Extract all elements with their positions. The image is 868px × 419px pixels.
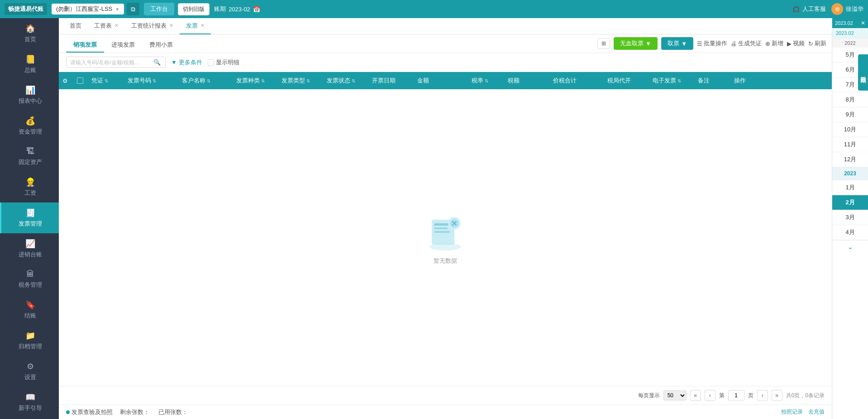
tab-payroll[interactable]: 工资表 ✕ [88, 18, 125, 34]
refresh-button[interactable]: ↻ 刷新 [808, 39, 826, 48]
photo-record-link[interactable]: 拍照记录 [781, 408, 803, 416]
page-number-input[interactable] [728, 390, 744, 401]
open-period-side-btn[interactable]: 开账日期 [858, 54, 868, 91]
sidebar-item-invoice[interactable]: 🧾 发票管理 [0, 202, 59, 233]
work-desk-button[interactable]: 工作台 [144, 3, 174, 15]
guide-icon: 📖 [25, 392, 35, 402]
next-page-button[interactable]: › [757, 390, 768, 401]
top-bar: 畅捷通易代账 (勿删）江西服宝-LSS ▼ ⧉ 工作台 切到旧版 账期 2023… [0, 0, 868, 18]
recharge-link[interactable]: 去充值 [808, 408, 825, 416]
invoice-check-label: 发票查验及拍照 [72, 408, 113, 416]
sidebar-label-sales: 进销台账 [19, 250, 42, 259]
sub-tab-sales-invoice[interactable]: 销项发票 [66, 38, 104, 53]
empty-illustration [423, 211, 468, 251]
month-2022-10[interactable]: 10月 [832, 122, 868, 137]
tab-payroll-close[interactable]: ✕ [114, 23, 119, 29]
sidebar-item-ledger[interactable]: 📒 总账 [0, 49, 59, 80]
sub-tab-expense-receipt[interactable]: 费用小票 [142, 38, 180, 53]
tab-payroll-stats[interactable]: 工资统计报表 ✕ [125, 18, 180, 34]
voucher-sort-icon[interactable]: ⇅ [105, 78, 108, 83]
sidebar-item-guide[interactable]: 📖 新手引导 [0, 387, 59, 418]
sidebar-label-salary: 工资 [24, 189, 36, 197]
th-invoice-status-label: 发票状态 [327, 77, 350, 85]
sub-tab-purchase-invoice[interactable]: 进项发票 [104, 38, 142, 53]
month-2022-09[interactable]: 9月 [832, 107, 868, 122]
user-profile[interactable]: 徐 徐溢华 [831, 3, 863, 15]
period-display: 账期 2023-02 📅 [214, 5, 260, 13]
main-container: 🏠 首页 📒 总账 📊 报表中心 💰 资金管理 🏗 固定资产 👷 工资 🧾 发票… [0, 18, 868, 419]
year-2023-label: 2023 [832, 167, 868, 180]
e-invoice-sort-icon[interactable]: ⇅ [677, 78, 681, 83]
tab-payroll-stats-close[interactable]: ✕ [169, 23, 173, 29]
tax-icon: 🏛 [26, 270, 34, 279]
show-detail-label: 显示明细 [216, 58, 239, 67]
settings-col-icon: ⚙ [62, 77, 68, 84]
show-detail-checkbox[interactable]: 显示明细 [208, 58, 239, 67]
sidebar-item-settings[interactable]: ⚙ 设置 [0, 356, 59, 387]
th-e-invoice-label: 电子发票 [653, 77, 676, 85]
company-selector[interactable]: (勿删）江西服宝-LSS ▼ [52, 4, 124, 14]
home-icon: 🏠 [25, 24, 35, 34]
batch-ops-button[interactable]: ☰ 批量操作 [697, 39, 727, 48]
invoice-status-sort-icon[interactable]: ⇅ [352, 78, 355, 83]
date-panel-toggle-btn[interactable]: ⌄ [832, 240, 868, 253]
sub-tab-expense-label: 费用小票 [149, 41, 173, 48]
no-tax-ticket-button[interactable]: 无血取票 ▼ [614, 37, 658, 50]
th-settings[interactable]: ⚙ [62, 77, 77, 84]
switch-version-button[interactable]: 切到旧版 [178, 3, 210, 15]
take-ticket-button[interactable]: 取票 ▼ [661, 37, 693, 50]
copy-icon-btn[interactable]: ⧉ [127, 3, 139, 15]
invoice-no-sort-icon[interactable]: ⇅ [153, 78, 156, 83]
th-check[interactable] [77, 77, 91, 84]
search-input[interactable] [70, 59, 152, 66]
video-button[interactable]: ▶ 视频 [787, 39, 805, 48]
sidebar-item-salary[interactable]: 👷 工资 [0, 172, 59, 202]
month-2023-02[interactable]: 2月 [832, 195, 868, 210]
sidebar-item-home[interactable]: 🏠 首页 [0, 18, 59, 49]
sidebar-item-funds[interactable]: 💰 资金管理 [0, 111, 59, 141]
batch-ops-label: 批量操作 [704, 39, 727, 48]
tax-rate-sort-icon[interactable]: ⇅ [485, 78, 488, 83]
invoice-category-sort-icon[interactable]: ⇅ [306, 78, 310, 83]
sidebar-item-close[interactable]: 🔖 结账 [0, 294, 59, 325]
bottom-bar: 发票查验及拍照 剩余张数： 已用张数： 拍照记录 去充值 [59, 405, 832, 419]
gen-voucher-button[interactable]: 🖨 生成凭证 [731, 39, 762, 48]
th-tax-label: 税额 [508, 77, 520, 85]
first-page-button[interactable]: « [690, 390, 701, 401]
tab-invoice-close[interactable]: ✕ [200, 23, 205, 29]
date-panel-close-icon[interactable]: ✕ [861, 20, 865, 26]
month-2023-01[interactable]: 1月 [832, 180, 868, 195]
sidebar: 🏠 首页 📒 总账 📊 报表中心 💰 资金管理 🏗 固定资产 👷 工资 🧾 发票… [0, 18, 59, 419]
th-customer: 客户名称 ⇅ [182, 77, 236, 85]
empty-text: 暂无数据 [434, 257, 457, 265]
sidebar-item-tax[interactable]: 🏛 税务管理 [0, 264, 59, 294]
table-footer: 每页显示 50 100 200 « ‹ 第 页 › » 共0页，0条记录 [59, 386, 832, 405]
tab-invoice[interactable]: 发票 ✕ [180, 18, 211, 34]
no-tax-ticket-label: 无血取票 [620, 39, 644, 48]
used-label: 已用张数： [158, 408, 188, 416]
customer-service[interactable]: 🎧 人工客服 [792, 5, 826, 13]
month-2022-08[interactable]: 8月 [832, 92, 868, 107]
new-button[interactable]: ⊕ 新增 [765, 39, 783, 48]
month-2022-11[interactable]: 11月 [832, 137, 868, 152]
grid-settings-button[interactable]: ⊞ [597, 38, 610, 49]
month-2023-03[interactable]: 3月 [832, 210, 868, 225]
sidebar-item-archive[interactable]: 📁 归档管理 [0, 325, 59, 356]
sidebar-item-assets[interactable]: 🏗 固定资产 [0, 141, 59, 172]
invoice-type-sort-icon[interactable]: ⇅ [261, 78, 265, 83]
month-2022-12[interactable]: 12月 [832, 152, 868, 167]
sidebar-item-reports[interactable]: 📊 报表中心 [0, 80, 59, 111]
last-page-button[interactable]: » [772, 390, 782, 401]
th-total: 价税合计 [553, 77, 607, 85]
per-page-label: 每页显示 [638, 392, 660, 400]
month-2023-04[interactable]: 4月 [832, 225, 868, 240]
tab-home[interactable]: 首页 [63, 18, 88, 34]
date-panel: 2023.02 ✕ 2023.02 开账日期 2022 5月 6月 7月 8月 … [832, 18, 868, 419]
th-invoice-status: 发票状态 ⇅ [327, 77, 372, 85]
more-conditions-button[interactable]: ▼ 更多条件 [171, 58, 202, 67]
archive-icon: 📁 [25, 331, 35, 341]
prev-page-button[interactable]: ‹ [705, 390, 715, 401]
sidebar-item-sales[interactable]: 📈 进销台账 [0, 233, 59, 264]
per-page-select[interactable]: 50 100 200 [663, 390, 687, 400]
customer-sort-icon[interactable]: ⇅ [207, 78, 210, 83]
